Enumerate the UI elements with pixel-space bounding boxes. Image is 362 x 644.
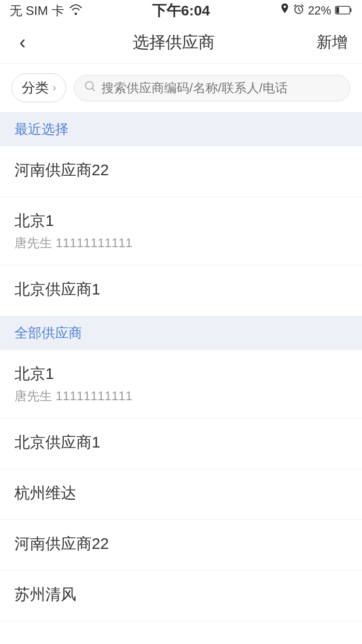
all-items-list: 北京1唐先生 11111111111北京供应商1杭州维达河南供应商22苏州清风 — [0, 350, 362, 621]
battery-text: 22% — [308, 4, 331, 17]
back-button[interactable]: ‹ — [14, 27, 30, 58]
recent-section-header: 最近选择 — [0, 112, 362, 146]
item-name: 北京1 — [14, 210, 348, 232]
item-name: 北京供应商1 — [14, 432, 348, 453]
list-item[interactable]: 河南供应商22 — [0, 146, 362, 197]
category-button[interactable]: 分类 › — [12, 73, 66, 102]
list-item[interactable]: 北京供应商1 — [0, 266, 362, 316]
list-item[interactable]: 北京1唐先生 11111111111 — [0, 197, 362, 266]
filter-bar: 分类 › — [0, 64, 362, 112]
time-display: 下午6:04 — [152, 1, 210, 21]
category-label: 分类 — [22, 79, 49, 97]
item-name: 河南供应商22 — [14, 533, 348, 555]
nav-title: 选择供应商 — [133, 31, 215, 54]
list-item[interactable]: 河南供应商22 — [0, 520, 362, 571]
svg-rect-2 — [336, 7, 339, 14]
status-right: 22% — [280, 3, 352, 18]
list-item[interactable]: 北京供应商1 — [0, 419, 362, 469]
alarm-icon — [293, 4, 304, 17]
item-name: 杭州维达 — [14, 483, 348, 504]
all-section-title: 全部供应商 — [14, 325, 82, 340]
search-input[interactable] — [101, 81, 340, 96]
list-item[interactable]: 杭州维达 — [0, 469, 362, 520]
search-box — [74, 75, 350, 101]
wifi-icon — [69, 3, 83, 18]
carrier-text: 无 SIM 卡 — [10, 2, 64, 19]
item-sub: 唐先生 11111111111 — [14, 388, 348, 405]
recent-items-list: 河南供应商22北京1唐先生 11111111111北京供应商1 — [0, 146, 362, 316]
recent-section-title: 最近选择 — [14, 122, 69, 137]
chevron-right-icon: › — [53, 82, 56, 94]
list-item[interactable]: 苏州清风 — [0, 571, 362, 621]
list-item[interactable]: 北京1唐先生 11111111111 — [0, 350, 362, 419]
new-action-button[interactable]: 新增 — [317, 32, 348, 53]
status-bar: 无 SIM 卡 下午6:04 22% — [0, 0, 362, 21]
nav-bar: ‹ 选择供应商 新增 — [0, 21, 362, 64]
item-name: 北京1 — [14, 364, 348, 385]
all-section-header: 全部供应商 — [0, 316, 362, 350]
item-name: 北京供应商1 — [14, 279, 348, 300]
search-icon — [84, 80, 97, 96]
battery-icon — [335, 4, 352, 17]
item-name: 苏州清风 — [14, 584, 348, 605]
status-left: 无 SIM 卡 — [10, 2, 83, 19]
item-sub: 唐先生 11111111111 — [14, 235, 348, 252]
location-icon — [280, 3, 290, 18]
item-name: 河南供应商22 — [14, 160, 348, 181]
